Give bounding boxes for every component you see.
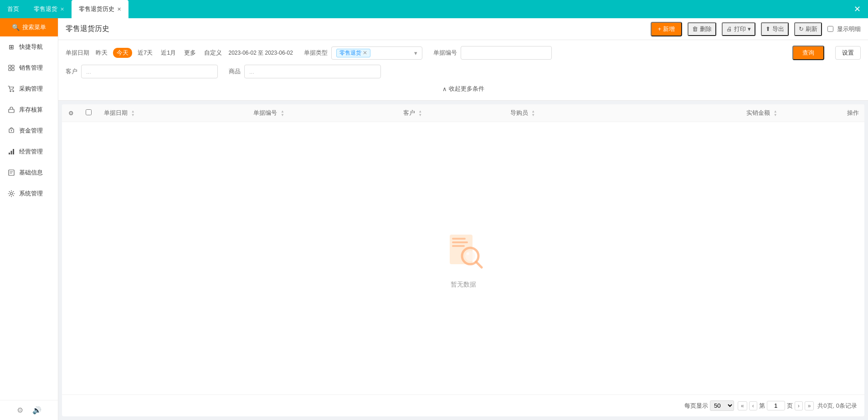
total-info: 共0页, 0条记录: [817, 402, 857, 410]
quick-nav-icon: ⊞: [7, 43, 15, 51]
customer-input[interactable]: ...: [81, 65, 218, 78]
sidebar-item-finance-label: 资金管理: [19, 127, 43, 135]
th-settings: ⚙: [62, 104, 80, 122]
sidebar-item-system[interactable]: 系统管理: [0, 183, 58, 204]
page-last-button[interactable]: »: [805, 401, 814, 410]
settings-query-button[interactable]: 设置: [835, 46, 861, 60]
delete-icon: 🗑: [692, 26, 698, 32]
finance-icon: [7, 127, 15, 135]
date-option-custom[interactable]: 自定义: [201, 48, 225, 58]
svg-rect-9: [9, 153, 10, 154]
th-actual-amount-label: 实销金额: [746, 109, 770, 116]
svg-point-13: [10, 193, 13, 195]
sidebar-item-quick-nav[interactable]: ⊞ 快捷导航: [0, 36, 58, 57]
data-table: ⚙ 单据日期 ▲▼ 单据编号 ▲▼: [62, 104, 864, 122]
audio-bottom-icon[interactable]: 🔊: [32, 406, 41, 415]
sidebar-item-inventory-label: 库存核算: [19, 106, 43, 114]
th-actions: 操作: [783, 104, 864, 122]
tab-retail-return-close[interactable]: ✕: [60, 6, 64, 12]
doc-type-select[interactable]: 零售退货 ✕ ▾: [331, 46, 422, 60]
empty-icon: [441, 228, 486, 273]
sidebar-item-inventory[interactable]: 库存核算: [0, 99, 58, 120]
doc-number-filter: 单据编号: [433, 46, 552, 60]
page-unit: 页: [787, 402, 793, 410]
goods-input[interactable]: ...: [244, 65, 381, 78]
sidebar-item-quick-nav-label: 快捷导航: [19, 43, 43, 51]
pagination: 每页显示 50 10 20 100 « ‹ 第 页 › »: [62, 394, 864, 416]
sidebar-item-basic-info[interactable]: 基础信息: [0, 162, 58, 183]
th-doc-date: 单据日期 ▲▼: [98, 104, 248, 122]
collapse-row: ∧ 收起更多条件: [66, 83, 861, 95]
customer-label: 客户: [66, 67, 77, 76]
empty-state: 暂无数据: [62, 122, 864, 394]
sidebar-item-finance[interactable]: 资金管理: [0, 120, 58, 141]
doc-number-input[interactable]: [461, 46, 552, 60]
per-page-label: 每页显示: [684, 402, 708, 410]
sidebar-item-sales[interactable]: 销售管理: [0, 57, 58, 78]
page-input[interactable]: [767, 401, 785, 410]
search-icon: 🔍: [12, 24, 20, 31]
date-option-1month[interactable]: 近1月: [158, 48, 179, 58]
collapse-button[interactable]: ∧ 收起更多条件: [441, 83, 486, 95]
page-size-select: 每页显示 50 10 20 100: [684, 400, 734, 411]
goods-placeholder: ...: [249, 68, 254, 75]
sidebar-item-purchase[interactable]: 采购管理: [0, 78, 58, 99]
tab-home-label: 首页: [7, 5, 19, 13]
new-button[interactable]: + 新增: [651, 22, 682, 36]
display-toggle[interactable]: 显示明细: [827, 25, 861, 33]
doc-date-sort[interactable]: ▲▼: [131, 110, 135, 117]
per-page-dropdown[interactable]: 50 10 20 100: [710, 400, 734, 411]
page-nav: « ‹ 第 页 › »: [738, 401, 814, 410]
th-actual-amount: 实销金额 ▲▼: [633, 104, 782, 122]
tab-retail-return-history[interactable]: 零售退货历史 ✕: [72, 0, 128, 18]
sidebar-item-purchase-label: 采购管理: [19, 85, 43, 93]
tab-retail-return-history-label: 零售退货历史: [79, 5, 114, 13]
guide-sort[interactable]: ▲▼: [531, 110, 535, 117]
date-option-yesterday[interactable]: 昨天: [93, 48, 110, 58]
filter-area: 单据日期 昨天 今天 近7天 近1月 更多 自定义 2023-06-02 至 2…: [58, 40, 868, 101]
page-prev-button[interactable]: ‹: [749, 401, 757, 410]
tab-retail-return-history-close[interactable]: ✕: [117, 6, 121, 12]
top-bar-right: ✕: [854, 4, 868, 14]
actual-amount-sort[interactable]: ▲▼: [774, 110, 777, 117]
delete-button[interactable]: 🗑 删除: [688, 22, 716, 36]
operations-icon: [7, 148, 15, 156]
date-option-7days[interactable]: 近7天: [135, 48, 155, 58]
svg-rect-16: [452, 241, 468, 243]
export-button[interactable]: ⬆ 导出: [761, 22, 789, 36]
page-next-button[interactable]: ›: [795, 401, 803, 410]
date-range-display: 2023-06-02 至 2023-06-02: [228, 49, 293, 57]
settings-bottom-icon[interactable]: ⚙: [17, 406, 23, 415]
sidebar-search-button[interactable]: 🔍 搜索菜单: [0, 18, 58, 36]
th-doc-number-label: 单据编号: [253, 109, 277, 116]
date-option-more[interactable]: 更多: [181, 48, 199, 58]
doc-type-tag-remove[interactable]: ✕: [363, 50, 367, 56]
print-button[interactable]: 🖨 打印 ▾: [722, 22, 755, 36]
sidebar-item-system-label: 系统管理: [19, 190, 43, 198]
doc-type-tag-value: 零售退货: [339, 49, 361, 57]
content-area: 零售退货历史 + 新增 🗑 删除 🖨 打印 ▾ ⬆ 导出 ↻: [58, 18, 868, 420]
query-button[interactable]: 查询: [792, 46, 824, 60]
customer-sort[interactable]: ▲▼: [418, 110, 422, 117]
display-toggle-checkbox[interactable]: [827, 26, 833, 32]
date-filter-label: 单据日期: [66, 49, 89, 57]
tab-retail-return[interactable]: 零售退货 ✕: [26, 0, 72, 18]
customer-placeholder: ...: [86, 68, 91, 75]
date-option-today[interactable]: 今天: [113, 48, 132, 58]
collapse-icon: ∧: [442, 86, 447, 92]
page-title: 零售退货历史: [66, 24, 109, 34]
refresh-button[interactable]: ↻ 刷新: [794, 22, 822, 36]
tab-list: 首页 零售退货 ✕ 零售退货历史 ✕: [0, 0, 854, 18]
inventory-icon: [7, 106, 15, 114]
tab-home[interactable]: 首页: [0, 0, 26, 18]
select-all-checkbox[interactable]: [86, 109, 92, 115]
doc-number-sort[interactable]: ▲▼: [281, 110, 284, 117]
page-first-button[interactable]: «: [738, 401, 747, 410]
sidebar-bottom: ⚙ 🔊: [0, 400, 58, 420]
table-settings-icon[interactable]: ⚙: [68, 110, 74, 117]
refresh-label: 刷新: [806, 25, 817, 33]
window-close-button[interactable]: ✕: [854, 4, 861, 14]
main-layout: 🔍 搜索菜单 ⊞ 快捷导航 销售管理 采购管理 库存核算: [0, 18, 868, 420]
sidebar-item-operations[interactable]: 经营管理: [0, 141, 58, 162]
th-guide: 导购员 ▲▼: [505, 104, 633, 122]
